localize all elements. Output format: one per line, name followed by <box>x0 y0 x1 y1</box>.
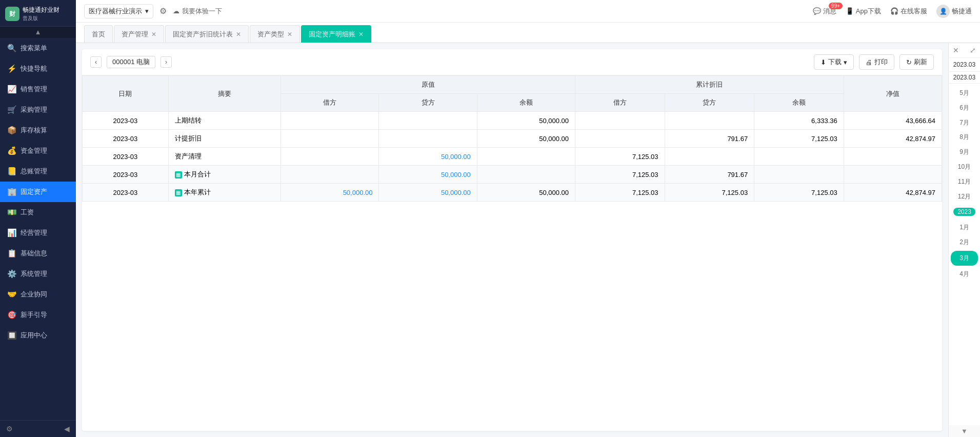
sidebar-item-purchase[interactable]: 🛒采购管理 <box>0 100 76 120</box>
tab-close-fixed-asset-detail[interactable]: ✕ <box>358 31 364 38</box>
main-panel: ‹ 000001 电脑 › ⬇ 下载 ▾ 🖨 打印 <box>82 49 942 431</box>
timeline-panel: ✕ ⤢ 2023.03 2023.03 5月6月7月8月9月10月11月12月2… <box>948 43 980 437</box>
cell-orig-debit <box>281 166 379 184</box>
user-btn[interactable]: 👤 畅捷通 <box>936 5 972 18</box>
settings-icon[interactable]: ⚙ <box>6 425 13 433</box>
timeline-list: 5月6月7月8月9月10月11月12月20231月2月3月4月 <box>949 84 980 425</box>
cell-orig-balance: 50,000.00 <box>477 112 575 130</box>
app-logo: 财 畅捷通好业财 普及版 <box>0 0 76 27</box>
timeline-year[interactable]: 2023 <box>949 204 980 220</box>
timeline-scroll-down[interactable]: ▼ <box>949 425 980 437</box>
print-label: 打印 <box>874 57 888 67</box>
sidebar-item-sales[interactable]: 📈销售管理 <box>0 79 76 100</box>
app-version: 普及版 <box>23 15 59 22</box>
sidebar-item-ledger[interactable]: 📒总账管理 <box>0 161 76 182</box>
cell-summary: ▦本年累计 <box>168 184 281 202</box>
experience-btn[interactable]: ☁ 我要体验一下 <box>173 7 222 16</box>
nav-label-apps: 应用中心 <box>21 331 47 340</box>
timeline-month-11月[interactable]: 11月 <box>949 174 980 189</box>
tab-asset-mgmt[interactable]: 资产管理✕ <box>114 25 164 43</box>
sidebar-item-fixed-assets[interactable]: 🏢固定资产 <box>0 182 76 202</box>
sidebar-item-payroll[interactable]: 💵工资 <box>0 202 76 223</box>
topbar-settings-btn[interactable]: ⚙ <box>159 6 167 16</box>
timeline-month-1月[interactable]: 1月 <box>949 220 980 235</box>
tab-close-fixed-asset-depreciation[interactable]: ✕ <box>236 31 241 38</box>
table-row: 2023-03 资产清理 50,000.00 7,125.03 <box>83 148 942 166</box>
customer-service-icon: 🎧 <box>890 7 898 15</box>
timeline-month-7月[interactable]: 7月 <box>949 115 980 130</box>
nav-label-fixed-assets: 固定资产 <box>21 187 47 196</box>
timeline-close-btn[interactable]: ✕ <box>953 46 959 54</box>
cell-net-value <box>844 166 942 184</box>
timeline-month-9月[interactable]: 9月 <box>949 145 980 160</box>
tab-fixed-asset-detail[interactable]: 固定资产明细账✕ <box>301 25 371 43</box>
tab-fixed-asset-depreciation[interactable]: 固定资产折旧统计表✕ <box>165 25 249 43</box>
tab-close-asset-mgmt[interactable]: ✕ <box>151 31 156 38</box>
subtotal-icon: ▦ <box>175 171 182 178</box>
nav-icon-search: 🔍 <box>7 44 16 53</box>
refresh-btn[interactable]: ↻ 刷新 <box>899 54 934 70</box>
refresh-icon: ↻ <box>906 58 912 66</box>
th-summary: 摘要 <box>168 76 281 112</box>
next-asset-btn[interactable]: › <box>161 56 172 68</box>
tab-home[interactable]: 首页 <box>84 25 113 43</box>
timeline-month-6月[interactable]: 6月 <box>949 101 980 115</box>
sidebar-scroll-up[interactable]: ▲ <box>0 27 76 38</box>
cell-accum-balance: 6,333.36 <box>754 112 844 130</box>
cell-net-value: 42,874.97 <box>844 130 942 148</box>
collapse-icon[interactable]: ◀ <box>64 425 70 433</box>
cell-accum-credit <box>665 148 754 166</box>
asset-id: 000001 <box>112 58 134 66</box>
nav-icon-fixed-assets: 🏢 <box>7 187 16 196</box>
timeline-month-3月[interactable]: 3月 <box>951 251 978 266</box>
tab-asset-type[interactable]: 资产类型✕ <box>250 25 300 43</box>
sidebar-item-apps[interactable]: 🔲应用中心 <box>0 325 76 346</box>
sidebar-item-search[interactable]: 🔍搜索菜单 <box>0 38 76 58</box>
cell-date: 2023-03 <box>83 184 169 202</box>
timeline-expand-btn[interactable]: ⤢ <box>970 46 976 54</box>
sidebar-item-newbie[interactable]: 🎯新手引导 <box>0 305 76 325</box>
cell-accum-debit: 7,125.03 <box>575 166 665 184</box>
timeline-month-4月[interactable]: 4月 <box>949 267 980 282</box>
sidebar-item-inventory[interactable]: 📦库存核算 <box>0 120 76 141</box>
sidebar-item-finance[interactable]: 💰资金管理 <box>0 141 76 161</box>
download-btn[interactable]: ⬇ 下载 ▾ <box>814 54 854 70</box>
customer-service-btn[interactable]: 🎧 在线客服 <box>890 7 927 16</box>
prev-asset-btn[interactable]: ‹ <box>90 56 102 68</box>
th-date: 日期 <box>83 76 169 112</box>
company-selector[interactable]: 医疗器械行业演示 ▾ <box>84 4 153 18</box>
tab-label-fixed-asset-depreciation: 固定资产折旧统计表 <box>173 30 233 39</box>
cell-orig-credit <box>379 130 477 148</box>
cell-net-value: 43,666.64 <box>844 112 942 130</box>
asset-name: 电脑 <box>136 58 150 66</box>
messages-btn[interactable]: 💬 消息 99+ <box>813 7 836 16</box>
cell-accum-balance <box>754 166 844 184</box>
cell-accum-credit: 791.67 <box>665 130 754 148</box>
timeline-month-8月[interactable]: 8月 <box>949 130 980 145</box>
sidebar-item-ops[interactable]: 📊经营管理 <box>0 223 76 243</box>
nav-icon-payroll: 💵 <box>7 208 16 217</box>
cell-summary: ▦本月合计 <box>168 166 281 184</box>
cell-orig-debit: 50,000.00 <box>281 184 379 202</box>
app-download-btn[interactable]: 📱 App下载 <box>846 7 881 16</box>
timeline-month-2月[interactable]: 2月 <box>949 235 980 250</box>
nav-icon-ops: 📊 <box>7 228 16 237</box>
nav-label-ledger: 总账管理 <box>21 167 47 176</box>
th-accumulated-depreciation: 累计折旧 <box>575 76 844 94</box>
download-arrow: ▾ <box>844 58 847 66</box>
sidebar-item-collab[interactable]: 🤝企业协同 <box>0 284 76 305</box>
nav-icon-newbie: 🎯 <box>7 310 16 320</box>
sidebar-item-system[interactable]: ⚙️系统管理 <box>0 264 76 284</box>
sidebar-item-basic-info[interactable]: 📋基础信息 <box>0 243 76 264</box>
message-icon: 💬 <box>813 7 821 15</box>
cell-summary: 计提折旧 <box>168 130 281 148</box>
print-btn[interactable]: 🖨 打印 <box>859 54 894 70</box>
sidebar-item-quick-nav[interactable]: ⚡快捷导航 <box>0 58 76 79</box>
cell-accum-credit: 791.67 <box>665 166 754 184</box>
timeline-month-10月[interactable]: 10月 <box>949 160 980 174</box>
topbar-right: 💬 消息 99+ 📱 App下载 🎧 在线客服 👤 畅捷通 <box>813 5 972 18</box>
timeline-month-5月[interactable]: 5月 <box>949 86 980 101</box>
timeline-month-12月[interactable]: 12月 <box>949 189 980 204</box>
tab-close-asset-type[interactable]: ✕ <box>287 31 292 38</box>
tab-label-asset-type: 资产类型 <box>257 30 284 39</box>
